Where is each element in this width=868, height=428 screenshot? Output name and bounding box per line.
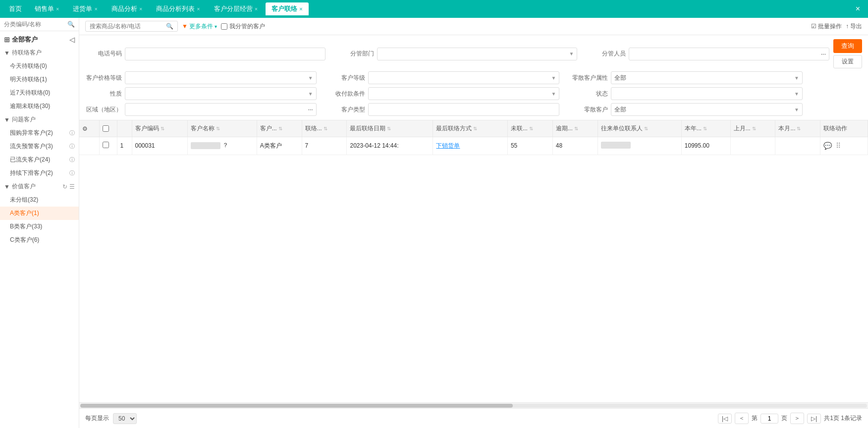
- next-page-btn[interactable]: ＞: [790, 413, 804, 424]
- dept-select[interactable]: ▼: [377, 48, 578, 60]
- sidebar-item-today[interactable]: 今天待联络(0): [0, 59, 79, 73]
- close-contact-tab[interactable]: ×: [299, 6, 302, 12]
- retail-attr-select[interactable]: 全部 ▼: [611, 71, 803, 84]
- settings-btn[interactable]: 设置: [833, 55, 862, 68]
- scrollbar-track[interactable]: [80, 404, 867, 408]
- th-overdue[interactable]: 逾期... ⇅: [552, 120, 597, 137]
- export-btn[interactable]: ↑ 导出: [846, 22, 862, 31]
- close-segment-tab[interactable]: ×: [255, 6, 258, 12]
- th-name[interactable]: 客户名称 ⇅: [188, 120, 257, 137]
- sidebar-search-icon[interactable]: 🔍: [67, 21, 75, 28]
- th-this-month[interactable]: 本月... ⇅: [775, 120, 820, 137]
- declining-info-icon[interactable]: ⓘ: [69, 169, 75, 177]
- th-code[interactable]: 客户编码 ⇅: [132, 120, 188, 137]
- sidebar-search-input[interactable]: [4, 21, 65, 28]
- row-checkbox[interactable]: [103, 142, 109, 148]
- select-all-checkbox[interactable]: [103, 125, 109, 132]
- churned-info-icon[interactable]: ⓘ: [69, 156, 75, 163]
- sidebar-item-churn-warning[interactable]: 流失预警客户(3) ⓘ: [0, 140, 79, 153]
- sidebar-item-class-a[interactable]: A类客户(1): [0, 207, 79, 220]
- sidebar-item-class-b[interactable]: B类客户(33): [0, 220, 79, 233]
- price-level-select[interactable]: ▼: [125, 71, 317, 84]
- th-contact-count[interactable]: 联络... ⇅: [302, 120, 347, 137]
- th-last-contact-method[interactable]: 最后联络方式 ⇅: [433, 120, 507, 137]
- nav-tab-customer-contact[interactable]: 客户联络 ×: [266, 2, 308, 15]
- th-last-contact-date[interactable]: 最后联络日期 ⇅: [347, 120, 433, 137]
- th-contact-person[interactable]: 往来单位联系人 ⇅: [597, 120, 681, 137]
- prev-page-btn[interactable]: ＜: [735, 413, 749, 424]
- sidebar-item-class-c[interactable]: C类客户(6): [0, 233, 79, 247]
- sidebar-item-hoarding[interactable]: 囤购异常客户(2) ⓘ: [0, 126, 79, 140]
- filter-search-icon[interactable]: 🔍: [166, 23, 173, 30]
- sort-tm-icon: ⇅: [797, 126, 801, 131]
- nav-tab-purchase[interactable]: 进货单 ×: [67, 2, 103, 15]
- collapse-sidebar-btn[interactable]: ◁: [69, 36, 75, 44]
- th-settings[interactable]: ⚙: [79, 120, 99, 137]
- close-analysis-tab[interactable]: ×: [139, 6, 142, 12]
- nav-home[interactable]: 首页: [4, 2, 27, 15]
- customer-level-select[interactable]: ▼: [368, 71, 560, 84]
- qr-action-icon[interactable]: ⠿: [836, 142, 841, 150]
- nav-tab-customer-segment[interactable]: 客户分层经营 ×: [208, 2, 264, 15]
- td-checkbox[interactable]: [99, 137, 117, 155]
- close-analysis-list-tab[interactable]: ×: [197, 6, 200, 12]
- sidebar-item-churned[interactable]: 已流失客户(24) ⓘ: [0, 153, 79, 166]
- query-btn[interactable]: 查询: [833, 39, 862, 53]
- sidebar-item-unclassified[interactable]: 未分组(32): [0, 193, 79, 207]
- sidebar-item-declining[interactable]: 持续下滑客户(2) ⓘ: [0, 166, 79, 180]
- th-checkbox[interactable]: [99, 120, 117, 137]
- manager-label: 分管人员: [589, 50, 629, 58]
- close-all-tabs[interactable]: ×: [852, 4, 864, 13]
- nav-tab-analysis[interactable]: 商品分析 ×: [106, 2, 148, 15]
- td-this-month: [775, 137, 820, 155]
- customer-type-select[interactable]: [368, 103, 560, 116]
- horizontal-scrollbar[interactable]: [79, 402, 868, 408]
- nature-select[interactable]: ▼: [125, 87, 317, 100]
- nav-tab-analysis-list[interactable]: 商品分析列表 ×: [150, 2, 206, 15]
- status-select[interactable]: ▼: [611, 87, 803, 100]
- sidebar-item-overdue[interactable]: 逾期未联络(30): [0, 100, 79, 113]
- last-page-btn[interactable]: ▷|: [807, 414, 821, 424]
- region-input[interactable]: ···: [125, 103, 317, 116]
- last-method-link[interactable]: 下销货单: [436, 142, 460, 149]
- all-customers-label: 全部客户: [12, 35, 38, 44]
- refresh-icon[interactable]: ↻: [62, 183, 67, 190]
- message-action-icon[interactable]: 💬: [823, 142, 832, 150]
- filter-phone: 电话号码: [85, 48, 326, 60]
- page-input[interactable]: [760, 414, 778, 424]
- th-last-month[interactable]: 上月... ⇅: [730, 120, 775, 137]
- page-size-select[interactable]: 50: [113, 413, 137, 424]
- top-nav: 首页 销售单 × 进货单 × 商品分析 × 商品分析列表 × 客户分层经营 × …: [0, 0, 868, 18]
- th-this-year[interactable]: 本年... ⇅: [681, 120, 730, 137]
- retail-customer-select[interactable]: 全部 ▼: [611, 103, 803, 116]
- group-pending-contact[interactable]: ▼ 待联络客户: [0, 46, 79, 59]
- th-customer-type[interactable]: 客户... ⇅: [257, 120, 302, 137]
- filter-more-btn[interactable]: ▼ 更多条件 ▾: [182, 22, 217, 31]
- group-label-pending: 待联络客户: [12, 49, 42, 57]
- batch-ops-btn[interactable]: ☑ 批量操作: [811, 22, 842, 31]
- phone-input[interactable]: [125, 48, 326, 60]
- td-last-method[interactable]: 下销货单: [433, 137, 507, 155]
- sidebar-item-tomorrow[interactable]: 明天待联络(1): [0, 73, 79, 86]
- td-contact-count: 7: [302, 137, 347, 155]
- group-value-customers[interactable]: ▼ 价值客户 ↻ ☰: [0, 180, 79, 193]
- pagination-right: |◁ ＜ 第 页 ＞ ▷| 共1页 1条记录: [718, 413, 862, 424]
- table-area: ⚙ 客户编码 ⇅: [79, 120, 868, 402]
- sidebar-all-customers-header: ⊞ 全部客户 ◁: [0, 31, 79, 46]
- td-index: 1: [117, 137, 132, 155]
- manager-input[interactable]: ···: [629, 48, 829, 60]
- first-page-btn[interactable]: |◁: [718, 414, 732, 424]
- filter-search-input[interactable]: [90, 23, 164, 30]
- sidebar-item-7days[interactable]: 近7天待联络(0): [0, 86, 79, 100]
- hoarding-info-icon[interactable]: ⓘ: [69, 129, 75, 137]
- my-customers-checkbox[interactable]: [221, 23, 227, 30]
- close-sales-tab[interactable]: ×: [56, 6, 59, 12]
- add-group-icon[interactable]: ☰: [69, 183, 75, 190]
- group-problem-customers[interactable]: ▼ 问题客户: [0, 113, 79, 126]
- churn-warning-info-icon[interactable]: ⓘ: [69, 143, 75, 150]
- nav-tab-sales[interactable]: 销售单 ×: [29, 2, 65, 15]
- payment-select[interactable]: ▼: [368, 87, 560, 100]
- scrollbar-thumb[interactable]: [80, 404, 513, 408]
- close-purchase-tab[interactable]: ×: [94, 6, 97, 12]
- th-not-contacted[interactable]: 未联... ⇅: [507, 120, 552, 137]
